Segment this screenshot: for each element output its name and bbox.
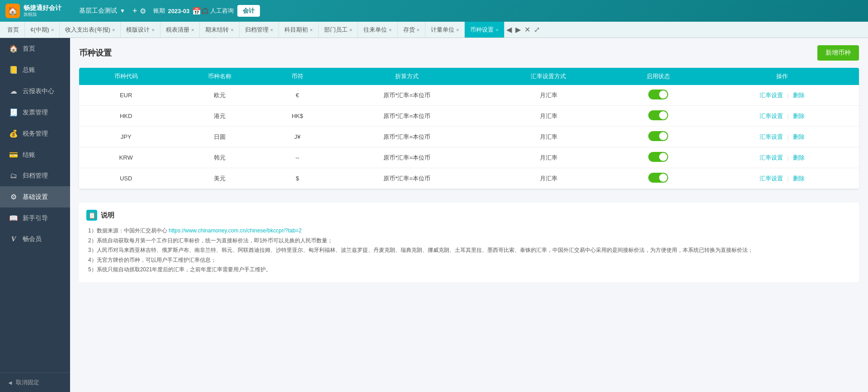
tab-next-icon[interactable]: ▶ — [514, 25, 523, 34]
tab-kemuqichu[interactable]: 科目期初 × — [279, 22, 318, 38]
delete-link-4[interactable]: 删除 — [793, 175, 805, 182]
tab-jiliang[interactable]: 计量单位 × — [425, 22, 465, 38]
tab-cunkuo[interactable]: 存货 × — [398, 22, 425, 38]
chevron-down-icon: ▼ — [120, 8, 125, 14]
sidebar-item-ledger[interactable]: 📒 总账 — [0, 59, 70, 80]
pin-icon: ◄ — [7, 379, 13, 386]
toggle-4[interactable] — [648, 173, 668, 183]
tab-expand-icon[interactable]: ⤢ — [532, 25, 542, 34]
sidebar-item-settings[interactable]: ⚙ 基础设置 — [0, 186, 70, 208]
tab-shouru[interactable]: 收入支出表(年报) × — [60, 22, 121, 38]
settlement-icon: 💳 — [9, 151, 18, 159]
rate-setting-link-0[interactable]: 汇率设置 — [760, 92, 783, 99]
sidebar-item-settlement[interactable]: 💳 结账 — [0, 144, 70, 165]
delete-link-0[interactable]: 删除 — [793, 92, 805, 99]
period-label: 账期 — [153, 7, 165, 15]
notes-item: 3）人民币对马来西亚林吉特、俄罗斯卢布、南非兰特、韩元、阿联酋迪拉姆、沙特里亚尔… — [86, 246, 852, 255]
delete-link-2[interactable]: 删除 — [793, 133, 805, 140]
toggle-2[interactable] — [648, 131, 668, 141]
sidebar-pin-toggle[interactable]: ◄ 取消固定 — [0, 373, 70, 392]
tab-guidang[interactable]: 归档管理 × — [240, 22, 279, 38]
rate-setting-link-2[interactable]: 汇率设置 — [760, 133, 783, 140]
sidebar-item-reports[interactable]: ☁ 云报表中心 — [0, 80, 70, 102]
delete-link-3[interactable]: 删除 — [793, 154, 805, 161]
toggle-1[interactable] — [648, 110, 668, 120]
tab-shouru-label: 收入支出表(年报) — [65, 26, 110, 34]
sidebar-item-member[interactable]: V 畅会员 — [0, 229, 70, 250]
tab-shuibiao-close[interactable]: × — [191, 27, 194, 33]
header-center-actions: + ⚙ — [132, 6, 146, 16]
tab-zhongqi-close[interactable]: × — [51, 27, 54, 33]
table-row: USD 美元 $ 原币*汇率=本位币 月汇率 汇率设置 | 删除 — [79, 168, 859, 189]
tab-moban[interactable]: 模版设计 × — [121, 22, 160, 38]
tab-wanglai-close[interactable]: × — [389, 27, 392, 33]
col-status: 启用状态 — [612, 68, 705, 85]
tab-wanglai[interactable]: 往来单位 × — [358, 22, 397, 38]
toggle-0[interactable] — [648, 90, 668, 99]
sidebar-item-archive[interactable]: 🗂 归档管理 — [0, 165, 70, 186]
rate-setting-link-3[interactable]: 汇率设置 — [760, 154, 783, 161]
period-info: 账期 2023-03 📅 — [153, 7, 201, 15]
tab-shuibiao-label: 税表清册 — [166, 26, 189, 34]
tab-prev-icon[interactable]: ◀ — [505, 25, 514, 34]
delete-link-1[interactable]: 删除 — [793, 113, 805, 119]
sidebar-item-tax[interactable]: 💰 税务管理 — [0, 123, 70, 144]
sidebar-item-home[interactable]: 🏠 首页 — [0, 38, 70, 59]
calendar-icon[interactable]: 📅 — [192, 7, 201, 15]
support-label: 人工咨询 — [210, 7, 234, 15]
tab-zhongqi[interactable]: ¢(中期) × — [25, 22, 60, 38]
col-actions: 操作 — [705, 68, 859, 85]
cell-status-1 — [612, 106, 705, 127]
toggle-3[interactable] — [648, 152, 668, 162]
settings-gear-icon[interactable]: ⚙ — [140, 7, 146, 15]
rate-setting-link-4[interactable]: 汇率设置 — [760, 175, 783, 182]
company-name: 基层工会测试 — [79, 7, 117, 15]
header-right: 🎧 人工咨询 会计 — [201, 5, 260, 17]
add-tab-icon[interactable]: + — [132, 6, 137, 16]
sidebar-item-guide[interactable]: 📖 新手引导 — [0, 208, 70, 229]
cell-name-1: 港元 — [173, 106, 266, 127]
notes-link[interactable]: https://www.chinamoney.com.cn/chinese/bk… — [169, 227, 302, 234]
tab-moban-label: 模版设计 — [126, 26, 150, 34]
sidebar-item-invoice[interactable]: 🧾 发票管理 — [0, 102, 70, 123]
tab-bizhong[interactable]: 币种设置 × — [465, 22, 504, 38]
top-header: 🏠 畅捷通好会计 旗舰版 基层工会测试 ▼ + ⚙ 账期 2023-03 📅 🎧… — [0, 0, 868, 22]
cell-name-0: 欧元 — [173, 85, 266, 106]
tab-close-all-icon[interactable]: ✕ — [523, 25, 532, 34]
cell-symbol-0: € — [267, 85, 328, 106]
tab-bumen-close[interactable]: × — [349, 27, 352, 33]
tab-qimo-close[interactable]: × — [231, 27, 233, 33]
col-symbol: 币符 — [267, 68, 328, 85]
cell-symbol-1: HK$ — [267, 106, 328, 127]
tab-moban-close[interactable]: × — [151, 27, 154, 33]
sidebar-settlement-label: 结账 — [23, 151, 35, 159]
tab-shuibiao[interactable]: 税表清册 × — [160, 22, 200, 38]
new-currency-button[interactable]: 新增币种 — [817, 45, 859, 61]
action-sep-3: | — [787, 154, 788, 161]
kuaiji-button[interactable]: 会计 — [237, 5, 260, 17]
tab-shouru-close[interactable]: × — [112, 27, 115, 33]
tab-bizhong-label: 币种设置 — [470, 26, 494, 34]
tab-home[interactable]: 首页 — [2, 22, 25, 38]
tab-cunkuo-close[interactable]: × — [417, 27, 420, 33]
logo-text: 畅捷通好会计 — [24, 4, 61, 12]
tab-guidang-close[interactable]: × — [270, 27, 273, 33]
tab-cunkuo-label: 存货 — [403, 26, 415, 34]
cell-actions-2: 汇率设置 | 删除 — [705, 127, 859, 147]
tab-zhongqi-label: ¢(中期) — [30, 26, 49, 34]
tab-wanglai-label: 往来单位 — [363, 26, 387, 34]
tab-bumen[interactable]: 部门员工 × — [319, 22, 358, 38]
cell-ratemethod-1: 月汇率 — [486, 106, 611, 127]
cell-actions-0: 汇率设置 | 删除 — [705, 85, 859, 106]
company-selector[interactable]: 基层工会测试 ▼ — [75, 5, 129, 17]
tab-qimo[interactable]: 期末结转 × — [200, 22, 239, 38]
cell-actions-3: 汇率设置 | 删除 — [705, 147, 859, 168]
action-sep-4: | — [787, 175, 788, 182]
tab-kemuqichu-close[interactable]: × — [310, 27, 312, 33]
sidebar-settings-label: 基础设置 — [23, 193, 48, 201]
cell-ratemethod-4: 月汇率 — [486, 168, 611, 189]
support-button[interactable]: 🎧 人工咨询 — [201, 7, 234, 15]
tab-bizhong-close[interactable]: × — [495, 27, 498, 33]
tab-jiliang-close[interactable]: × — [456, 27, 459, 33]
rate-setting-link-1[interactable]: 汇率设置 — [760, 113, 783, 119]
